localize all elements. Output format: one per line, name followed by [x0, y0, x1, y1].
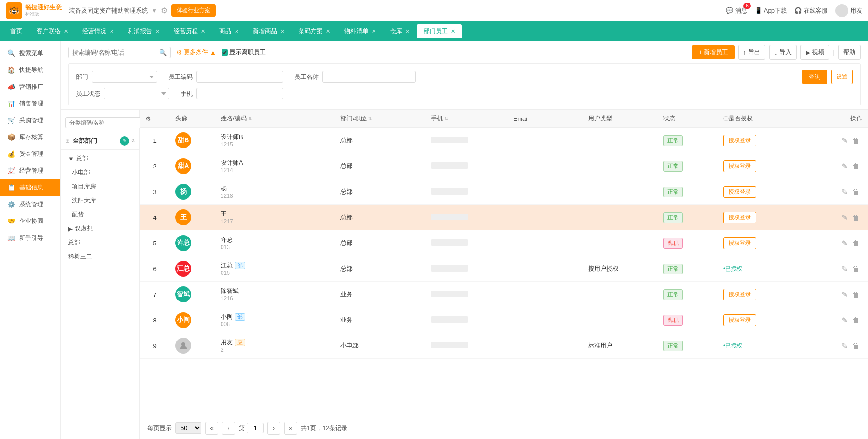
- dept-node-warehouse[interactable]: 项目库房: [61, 180, 139, 194]
- dept-node-headquarters[interactable]: ▼ 总部: [61, 152, 139, 166]
- delete-button[interactable]: 🗑: [852, 291, 860, 299]
- nav-add-goods-close[interactable]: ✕: [280, 28, 285, 35]
- trial-button[interactable]: 体验行业方案: [171, 4, 216, 17]
- next-page-button[interactable]: ›: [267, 422, 280, 435]
- view-button[interactable]: ▶ 视频: [800, 45, 829, 60]
- nav-profit-close[interactable]: ✕: [155, 28, 160, 35]
- nav-item-customer[interactable]: 客户联络 ✕: [30, 24, 75, 38]
- nav-barcode-close[interactable]: ✕: [326, 28, 330, 35]
- edit-button[interactable]: ✎: [841, 188, 847, 196]
- nav-item-home[interactable]: 首页: [4, 24, 29, 38]
- sidebar-item-marketing[interactable]: 📣 营销推广: [0, 78, 60, 95]
- edit-button[interactable]: ✎: [841, 137, 847, 145]
- emp-code-input[interactable]: [196, 71, 283, 83]
- nav-item-barcode[interactable]: 条码方案 ✕: [292, 24, 337, 38]
- page-input[interactable]: [247, 423, 264, 433]
- nav-customer-close[interactable]: ✕: [64, 28, 68, 35]
- title-dropdown-icon[interactable]: ▼: [152, 7, 157, 14]
- add-employee-button[interactable]: + 新增员工: [692, 45, 734, 59]
- edit-button[interactable]: ✎: [841, 291, 847, 299]
- nav-goods-close[interactable]: ✕: [235, 28, 239, 35]
- help-button[interactable]: 帮助: [838, 45, 861, 60]
- delete-button[interactable]: 🗑: [852, 188, 860, 196]
- delete-button[interactable]: 🗑: [852, 162, 860, 170]
- prev-page-button[interactable]: ‹: [222, 422, 235, 435]
- online-service-button[interactable]: 🎧 在线客服: [794, 7, 828, 15]
- nav-item-dept[interactable]: 部门员工 ✕: [417, 24, 462, 38]
- nav-operation-close[interactable]: ✕: [110, 28, 114, 35]
- export-button[interactable]: ↑ 导出: [738, 45, 766, 60]
- dept-root-label[interactable]: 全部部门: [73, 137, 117, 145]
- dept-edit-button[interactable]: ✎: [120, 136, 129, 146]
- edit-button[interactable]: ✎: [841, 342, 847, 350]
- edit-button[interactable]: ✎: [841, 316, 847, 324]
- delete-button[interactable]: 🗑: [852, 316, 860, 324]
- auth-button[interactable]: 授权登录: [723, 237, 756, 249]
- set-button[interactable]: 设置: [831, 70, 853, 84]
- th-name[interactable]: 姓名/编码 ⇅: [215, 110, 335, 128]
- auth-button[interactable]: 授权登录: [723, 314, 756, 326]
- delete-button[interactable]: 🗑: [852, 239, 860, 247]
- delete-button[interactable]: 🗑: [852, 137, 860, 145]
- dept-node-distribution[interactable]: 配货: [61, 208, 139, 222]
- sidebar-item-search[interactable]: 🔍 搜索菜单: [0, 45, 60, 62]
- more-filter-button[interactable]: ⚙ 更多条件 ▲: [176, 48, 216, 56]
- nav-dept-close[interactable]: ✕: [451, 28, 455, 35]
- sidebar-item-guide[interactable]: 📖 新手引导: [0, 230, 60, 246]
- dept-node-zongbu[interactable]: 总部: [61, 236, 139, 250]
- delete-button[interactable]: 🗑: [852, 342, 860, 350]
- message-button[interactable]: 💬 消息 6: [726, 7, 747, 15]
- delete-button[interactable]: 🗑: [852, 214, 860, 222]
- th-phone[interactable]: 手机 ⇅: [425, 110, 508, 128]
- auth-button[interactable]: 授权登录: [723, 212, 756, 223]
- query-button[interactable]: 查询: [802, 70, 827, 84]
- collapse-button[interactable]: «: [131, 136, 135, 146]
- nav-bom-close[interactable]: ✕: [372, 28, 376, 35]
- sidebar-item-basics[interactable]: 📋 基础信息: [0, 179, 60, 196]
- nav-item-add-goods[interactable]: 新增商品 ✕: [246, 24, 291, 38]
- first-page-button[interactable]: «: [205, 422, 218, 435]
- auth-button[interactable]: 授权登录: [723, 289, 756, 300]
- nav-item-bom[interactable]: 物料清单 ✕: [338, 24, 382, 38]
- phone-input[interactable]: [196, 88, 283, 99]
- nav-warehouse-close[interactable]: ✕: [405, 28, 410, 35]
- delete-button[interactable]: 🗑: [852, 265, 860, 273]
- th-dept[interactable]: 部门/职位 ⇅: [335, 110, 425, 128]
- settings-icon[interactable]: ⚙: [161, 6, 167, 15]
- nav-item-warehouse[interactable]: 仓库 ✕: [383, 24, 416, 38]
- sidebar-item-nav[interactable]: 🏠 快捷导航: [0, 62, 60, 78]
- edit-button[interactable]: ✎: [841, 162, 847, 170]
- sidebar-item-finance[interactable]: 💰 资金管理: [0, 146, 60, 162]
- import-button[interactable]: ↓ 导入: [769, 45, 797, 60]
- dept-node-electronics[interactable]: 小电部: [61, 166, 139, 180]
- nav-item-goods[interactable]: 商品 ✕: [213, 24, 245, 38]
- auth-button[interactable]: 授权登录: [723, 160, 756, 172]
- search-input[interactable]: [72, 49, 156, 56]
- th-settings[interactable]: ⚙: [140, 110, 170, 128]
- sidebar-item-management[interactable]: 📈 经营管理: [0, 162, 60, 179]
- dept-select[interactable]: [92, 71, 157, 83]
- sidebar-item-purchase[interactable]: 🛒 采购管理: [0, 112, 60, 129]
- dept-node-shenyang[interactable]: 沈阳大库: [61, 194, 139, 208]
- show-resigned-input[interactable]: [222, 49, 228, 56]
- emp-status-select[interactable]: [104, 88, 169, 99]
- dept-node-xishu[interactable]: 稀树王二: [61, 250, 139, 264]
- edit-button[interactable]: ✎: [841, 214, 847, 222]
- sidebar-item-system[interactable]: ⚙️ 系统管理: [0, 196, 60, 213]
- nav-item-history[interactable]: 经营历程 ✕: [167, 24, 212, 38]
- nav-history-close[interactable]: ✕: [201, 28, 205, 35]
- sidebar-item-sales[interactable]: 📊 销售管理: [0, 95, 60, 112]
- search-box[interactable]: 🔍: [68, 47, 171, 58]
- sidebar-item-inventory[interactable]: 📦 库存核算: [0, 129, 60, 146]
- user-area[interactable]: 用友: [835, 4, 862, 17]
- last-page-button[interactable]: »: [284, 422, 297, 435]
- nav-item-profit[interactable]: 利润报告 ✕: [121, 24, 166, 38]
- app-download-button[interactable]: 📱 App下载: [755, 7, 787, 15]
- auth-button[interactable]: 授权登录: [723, 186, 756, 198]
- edit-button[interactable]: ✎: [841, 239, 847, 247]
- nav-item-operation[interactable]: 经营情况 ✕: [76, 24, 120, 38]
- emp-name-input[interactable]: [322, 71, 416, 83]
- dept-search-input[interactable]: [65, 117, 144, 128]
- edit-button[interactable]: ✎: [841, 265, 847, 273]
- page-size-select[interactable]: 50 20 100: [175, 422, 201, 434]
